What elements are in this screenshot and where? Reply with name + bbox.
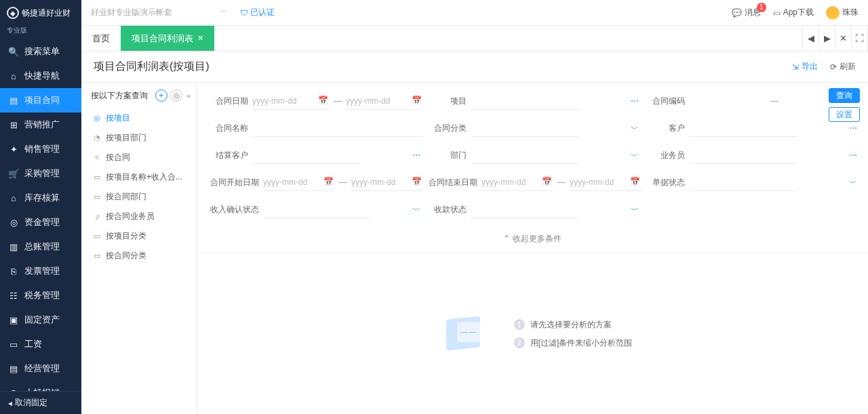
menu-label: 销售管理 bbox=[24, 143, 60, 155]
menu-label: 采购管理 bbox=[24, 167, 60, 180]
calendar-icon[interactable]: 📅 bbox=[412, 96, 422, 105]
unpin-label: 取消固定 bbox=[15, 397, 47, 409]
sidebar-item-2[interactable]: ▤项目合同 bbox=[0, 88, 81, 112]
sidebar-item-6[interactable]: ⌂库存核算 bbox=[0, 186, 81, 210]
scheme-item-0[interactable]: ◎按项目 bbox=[87, 108, 191, 128]
collapse-filters-button[interactable]: ⌃ 收起更多条件 bbox=[197, 228, 868, 250]
sidebar-item-8[interactable]: ▥总账管理 bbox=[0, 234, 81, 259]
scheme-label: 按合同业务员 bbox=[106, 211, 155, 222]
scheme-settings-button[interactable]: ◎ bbox=[170, 89, 182, 102]
sidebar-item-9[interactable]: ⎘发票管理 bbox=[0, 259, 81, 283]
scheme-label: 按项目名称+收入合... bbox=[106, 171, 182, 183]
scheme-item-2[interactable]: ⺀按合同 bbox=[87, 148, 191, 167]
scheme-item-4[interactable]: ▭按合同部门 bbox=[87, 187, 191, 207]
user-menu[interactable]: 珠珠 bbox=[826, 6, 859, 20]
messages-button[interactable]: 💬 消息 1 bbox=[732, 7, 761, 18]
project-picker[interactable] bbox=[471, 92, 579, 110]
user-name: 珠珠 bbox=[842, 7, 859, 18]
chevron-down-icon[interactable]: ﹀ bbox=[849, 178, 857, 189]
content-body: 按以下方案查询 + ◎ « ◎按项目◔按项目部门⺀按合同▭按项目名称+收入合..… bbox=[81, 83, 868, 414]
chevron-down-icon[interactable]: ﹀ bbox=[631, 123, 639, 135]
sidebar-item-1[interactable]: ⌂快捷导航 bbox=[0, 64, 81, 88]
label-contract-no: 合同编码 bbox=[642, 96, 685, 107]
export-button[interactable]: ⇲ 导出 bbox=[792, 61, 818, 73]
sidebar-item-3[interactable]: ⊞营销推广 bbox=[0, 112, 81, 137]
sidebar-item-13[interactable]: ▤经营管理 bbox=[0, 356, 81, 381]
scheme-label: 按合同部门 bbox=[106, 191, 146, 203]
close-icon[interactable]: ✕ bbox=[197, 34, 203, 43]
sidebar-item-12[interactable]: ▭工资 bbox=[0, 332, 81, 356]
menu-icon: 🛒 bbox=[8, 168, 19, 179]
menu-icon: ⊞ bbox=[8, 119, 19, 130]
query-button[interactable]: 查询 bbox=[829, 88, 860, 103]
tab-prev-button[interactable]: ◀ bbox=[803, 26, 819, 51]
sidebar-item-7[interactable]: ◎资金管理 bbox=[0, 210, 81, 234]
menu-icon: ▭ bbox=[8, 339, 19, 350]
chevron-down-icon[interactable]: ﹀ bbox=[412, 205, 420, 216]
fullscreen-button[interactable]: ⛶ bbox=[852, 26, 868, 51]
tab-next-button[interactable]: ▶ bbox=[819, 26, 835, 51]
filter-grid: 合同日期 📅 — 📅 项目 ⋯ 合同编码 bbox=[197, 83, 868, 228]
calendar-icon[interactable]: 📅 bbox=[318, 96, 328, 105]
calendar-icon[interactable]: 📅 bbox=[630, 177, 640, 186]
income-status-select[interactable] bbox=[263, 201, 372, 218]
export-label: 导出 bbox=[802, 61, 818, 73]
chevron-down-icon[interactable]: ﹀ bbox=[631, 205, 639, 216]
receipt-status-select[interactable] bbox=[471, 201, 579, 218]
more-icon[interactable]: ⋯ bbox=[631, 96, 639, 106]
tab-controls: ◀ ▶ ✕ ⛶ bbox=[802, 26, 868, 51]
menu-label: 发票管理 bbox=[24, 265, 60, 277]
label-bill-status: 单据状态 bbox=[642, 177, 685, 188]
department-picker[interactable] bbox=[471, 146, 579, 164]
scheme-item-7[interactable]: ▭按合同分类 bbox=[87, 246, 191, 266]
calendar-icon[interactable]: 📅 bbox=[412, 177, 422, 186]
settle-customer-picker[interactable] bbox=[252, 146, 361, 164]
menu-icon: ▤ bbox=[8, 363, 19, 374]
add-scheme-button[interactable]: + bbox=[155, 89, 167, 102]
pin-icon: ◂ bbox=[8, 398, 12, 408]
sidebar-item-11[interactable]: ▣固定资产 bbox=[0, 308, 81, 332]
brand-name: 畅捷通好业财 bbox=[22, 7, 71, 19]
org-selector[interactable]: 好业财专业版演示帐套 ﹀ bbox=[91, 7, 228, 18]
chevron-down-icon[interactable]: ﹀ bbox=[631, 150, 639, 162]
tab-profit-report[interactable]: 项目合同利润表 ✕ bbox=[121, 26, 214, 51]
sidebar-item-14[interactable]: G小畅报销 bbox=[0, 381, 81, 391]
bill-status-select[interactable] bbox=[689, 173, 797, 191]
brand-logo: ◆ 畅捷通好业财 bbox=[0, 0, 81, 26]
tab-label: 项目合同利润表 bbox=[132, 33, 193, 45]
scheme-label: 按项目分类 bbox=[106, 230, 146, 242]
org-name: 好业财专业版演示帐套 bbox=[91, 7, 172, 18]
calendar-icon[interactable]: 📅 bbox=[323, 177, 334, 186]
label-sales-rep: 业务员 bbox=[642, 150, 685, 161]
tab-close-all-button[interactable]: ✕ bbox=[835, 26, 852, 51]
sidebar-item-0[interactable]: 🔍搜索菜单 bbox=[0, 39, 81, 64]
scheme-item-5[interactable]: ⫽按合同业务员 bbox=[87, 207, 191, 226]
scheme-item-3[interactable]: ▭按项目名称+收入合... bbox=[87, 167, 191, 187]
contract-name-input[interactable] bbox=[252, 119, 423, 137]
scheme-item-6[interactable]: ▭按项目分类 bbox=[87, 226, 191, 246]
refresh-button[interactable]: ⟳ 刷新 bbox=[830, 61, 856, 73]
scheme-item-1[interactable]: ◔按项目部门 bbox=[87, 128, 191, 148]
collapse-panel-button[interactable]: « bbox=[186, 91, 191, 100]
contract-cat-picker[interactable] bbox=[471, 119, 579, 137]
collapse-label: 收起更多条件 bbox=[513, 234, 561, 243]
sidebar-item-10[interactable]: ☷税务管理 bbox=[0, 283, 81, 308]
empty-illustration: — — bbox=[433, 307, 494, 361]
download-button[interactable]: ▭ App下载 bbox=[773, 7, 814, 18]
more-icon[interactable]: ⋯ bbox=[849, 123, 857, 133]
message-icon: 💬 bbox=[732, 8, 742, 18]
customer-picker[interactable] bbox=[689, 119, 797, 137]
more-icon[interactable]: ⋯ bbox=[412, 150, 420, 160]
scheme-icon: ◎ bbox=[92, 114, 102, 123]
label-contract-name: 合同名称 bbox=[205, 123, 248, 134]
unpin-button[interactable]: ◂ 取消固定 bbox=[0, 391, 81, 414]
sidebar-item-5[interactable]: 🛒采购管理 bbox=[0, 161, 81, 186]
calendar-icon[interactable]: 📅 bbox=[542, 177, 552, 186]
more-icon[interactable]: ⋯ bbox=[849, 150, 857, 160]
sidebar-item-4[interactable]: ✦销售管理 bbox=[0, 137, 81, 161]
sales-rep-picker[interactable] bbox=[689, 146, 797, 164]
scheme-label: 按项目部门 bbox=[106, 132, 146, 144]
menu-label: 搜索菜单 bbox=[24, 45, 60, 58]
tab-home[interactable]: 首页 bbox=[81, 26, 121, 51]
label-contract-end: 合同结束日期 bbox=[423, 177, 477, 188]
